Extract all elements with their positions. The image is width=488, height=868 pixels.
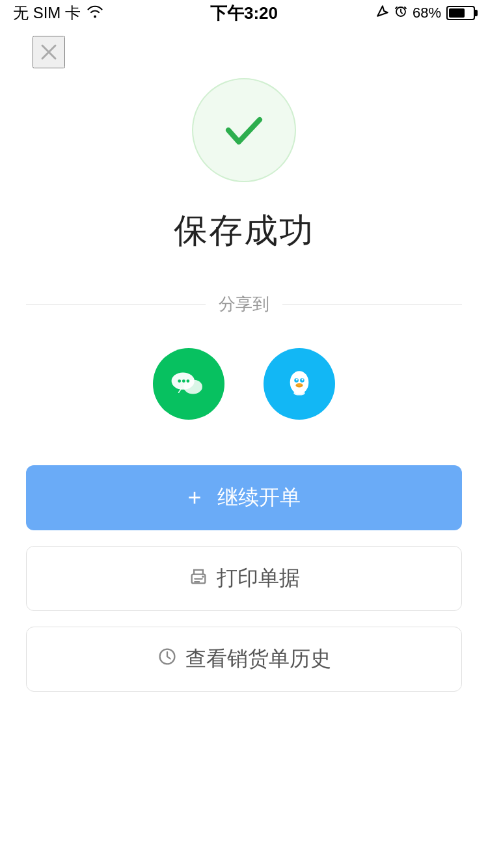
share-divider: 分享到 [26, 293, 462, 316]
success-icon-circle [192, 78, 296, 182]
svg-point-5 [178, 379, 181, 383]
svg-rect-20 [194, 578, 203, 579]
qq-icon [278, 362, 321, 405]
share-label: 分享到 [219, 293, 269, 316]
print-label: 打印单据 [217, 564, 300, 593]
continue-order-button[interactable]: + 继续开单 [26, 465, 462, 530]
svg-rect-21 [194, 581, 200, 582]
alarm-icon [394, 5, 407, 21]
no-sim-text: 无 SIM 卡 [13, 3, 81, 23]
checkmark-icon [218, 104, 270, 156]
qq-share-button[interactable] [264, 348, 335, 420]
action-buttons: + 继续开单 打印单据 [0, 465, 488, 692]
status-time: 下午3:20 [210, 2, 278, 25]
close-button[interactable] [33, 36, 65, 68]
share-section: 分享到 [0, 293, 488, 465]
battery-icon [446, 6, 475, 20]
history-label: 查看销货单历史 [185, 645, 331, 673]
status-left: 无 SIM 卡 [13, 3, 104, 23]
success-title: 保存成功 [174, 208, 314, 254]
share-icons [26, 348, 462, 420]
svg-point-7 [186, 379, 189, 383]
svg-point-15 [302, 379, 304, 381]
status-right: 68% [376, 5, 475, 21]
svg-rect-18 [296, 391, 303, 394]
view-history-button[interactable]: 查看销货单历史 [26, 627, 462, 692]
print-icon [188, 565, 209, 591]
main-content: 保存成功 分享到 [0, 26, 488, 692]
wechat-share-button[interactable] [153, 348, 224, 420]
svg-point-14 [296, 379, 298, 381]
status-bar: 无 SIM 卡 下午3:20 68% [0, 0, 488, 26]
location-icon [376, 5, 389, 21]
svg-point-10 [291, 382, 297, 389]
wechat-icon [167, 362, 210, 405]
plus-icon: + [187, 486, 201, 509]
history-icon [157, 646, 178, 672]
print-button[interactable]: 打印单据 [26, 546, 462, 611]
svg-point-6 [182, 379, 185, 383]
wifi-icon [86, 4, 104, 22]
battery-percentage: 68% [413, 5, 441, 21]
svg-point-22 [202, 575, 204, 577]
svg-point-11 [302, 382, 308, 389]
svg-point-4 [183, 379, 202, 394]
